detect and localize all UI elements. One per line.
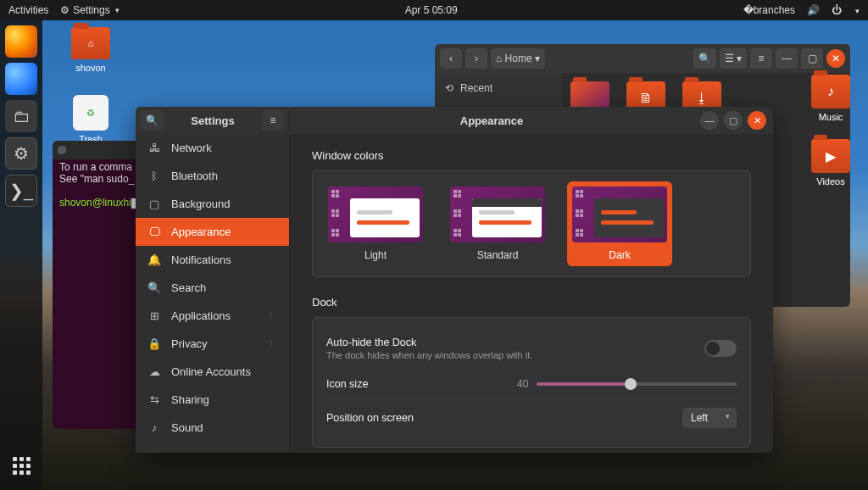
- icon-size-label: Icon size: [326, 378, 504, 390]
- settings-window: 🔍 Settings ≡ Appearance — ▢ ✕ 🖧Network ᛒ…: [136, 107, 773, 453]
- view-list-button[interactable]: ☰ ▾: [720, 48, 747, 69]
- settings-header: 🔍 Settings ≡ Appearance — ▢ ✕: [136, 107, 773, 134]
- bluetooth-icon: ᛒ: [147, 170, 161, 182]
- sidebar-item-appearance[interactable]: 🖵Appearance: [136, 218, 289, 246]
- right-desktop-icons: ♪ Music ▶ Videos: [805, 75, 856, 203]
- dock-thunderbird-icon[interactable]: [5, 63, 37, 95]
- position-select[interactable]: Left: [682, 408, 737, 428]
- app-menu-label: Settings: [73, 4, 109, 16]
- sidebar-item-bluetooth[interactable]: ᛒBluetooth: [136, 162, 289, 190]
- top-bar: Activities ⚙ Settings Apr 5 05:09 �branc…: [0, 0, 868, 20]
- power-icon[interactable]: ⏻: [832, 4, 842, 16]
- cloud-icon: ☁: [147, 365, 161, 378]
- sidebar-item-online-accounts[interactable]: ☁Online Accounts: [136, 358, 289, 386]
- files-header: ‹ › ⌂ Home ▾ 🔍 ☰ ▾ ≡ — ▢ ✕: [435, 44, 850, 73]
- sidebar-title: Settings: [169, 114, 257, 127]
- position-label: Position on screen: [326, 412, 682, 424]
- sound-icon: ♪: [147, 421, 161, 434]
- icon-size-value: 40: [504, 378, 528, 390]
- show-applications-button[interactable]: [13, 457, 31, 475]
- apps-icon: ⊞: [147, 309, 161, 322]
- page-title: Appearance: [290, 114, 693, 127]
- hamburger-button[interactable]: ≡: [750, 48, 772, 69]
- window-close-button[interactable]: ✕: [748, 111, 766, 130]
- sidebar-item-background[interactable]: ▢Background: [136, 190, 289, 218]
- sidebar-menu-button[interactable]: ≡: [262, 110, 284, 131]
- window-colors-title: Window colors: [312, 149, 751, 162]
- dock-files-icon[interactable]: 🗀: [5, 100, 37, 132]
- dock-terminal-icon[interactable]: ❯_: [5, 175, 37, 207]
- dock: 🗀 ⚙ ❯_: [0, 20, 42, 490]
- sidebar-item-privacy[interactable]: 🔒Privacy〉: [136, 330, 289, 358]
- settings-main: Window colors Light Standard Dark Dock: [290, 134, 773, 453]
- close-button[interactable]: ✕: [826, 49, 845, 68]
- clock[interactable]: Apr 5 05:09: [405, 4, 458, 16]
- path-home-button[interactable]: ⌂ Home ▾: [491, 48, 545, 69]
- activities-button[interactable]: Activities: [8, 4, 48, 16]
- theme-standard[interactable]: Standard: [445, 181, 550, 266]
- volume-icon[interactable]: 🔊: [807, 4, 820, 16]
- dock-title: Dock: [312, 296, 751, 309]
- nav-forward-button[interactable]: ›: [465, 48, 487, 69]
- minimize-button[interactable]: —: [776, 48, 798, 69]
- icon-size-row: Icon size 40: [326, 369, 737, 398]
- desktop-trash[interactable]: ♻ Trash: [61, 95, 120, 144]
- folder-videos[interactable]: ▶ Videos: [805, 139, 856, 187]
- trash-icon: ♻: [73, 95, 108, 131]
- desktop-home-folder[interactable]: ⌂ shovon: [61, 27, 120, 73]
- bell-icon: 🔔: [147, 253, 161, 266]
- appearance-icon: 🖵: [147, 226, 161, 238]
- window-minimize-button[interactable]: —: [700, 111, 719, 130]
- folder-icon: ⌂: [71, 27, 110, 59]
- desktop-home-label: shovon: [61, 63, 120, 73]
- chevron-right-icon: 〉: [269, 338, 277, 350]
- clock-icon: ⟲: [445, 82, 453, 94]
- theme-light[interactable]: Light: [323, 181, 428, 266]
- autohide-sub: The dock hides when any windows overlap …: [326, 350, 704, 360]
- window-maximize-button[interactable]: ▢: [724, 111, 743, 130]
- dock-panel: Auto-hide the Dock The dock hides when a…: [312, 317, 751, 448]
- sidebar-search-button[interactable]: 🔍: [141, 110, 164, 131]
- lock-icon: 🔒: [147, 337, 161, 350]
- sidebar-item-notifications[interactable]: 🔔Notifications: [136, 246, 289, 274]
- icon-size-slider[interactable]: [537, 382, 737, 386]
- sidebar-item-sharing[interactable]: ⇆Sharing: [136, 386, 289, 414]
- home-icon: ⌂: [496, 53, 502, 64]
- autohide-switch[interactable]: [704, 340, 737, 357]
- autohide-row: Auto-hide the Dock The dock hides when a…: [326, 328, 737, 369]
- sidebar-item-applications[interactable]: ⊞Applications〉: [136, 302, 289, 330]
- maximize-button[interactable]: ▢: [801, 48, 823, 69]
- nav-back-button[interactable]: ‹: [440, 48, 462, 69]
- folder-music[interactable]: ♪ Music: [805, 75, 856, 122]
- search-button[interactable]: 🔍: [693, 48, 716, 69]
- sidebar-recent[interactable]: ⟲ Recent: [435, 78, 562, 98]
- settings-sidebar: 🖧Network ᛒBluetooth ▢Background 🖵Appeara…: [136, 134, 290, 453]
- network-icon: 🖧: [147, 142, 161, 154]
- folder-music-label: Music: [805, 112, 856, 122]
- sharing-icon: ⇆: [147, 393, 161, 406]
- sidebar-item-network[interactable]: 🖧Network: [136, 134, 289, 162]
- background-icon: ▢: [147, 198, 161, 210]
- system-menu-arrow[interactable]: [854, 4, 860, 16]
- chevron-right-icon: 〉: [269, 310, 277, 322]
- gear-icon: ⚙: [60, 4, 70, 16]
- autohide-label: Auto-hide the Dock: [326, 337, 704, 348]
- position-row: Position on screen Left: [326, 398, 737, 437]
- network-icon[interactable]: �branches: [743, 4, 795, 16]
- theme-dark[interactable]: Dark: [567, 181, 672, 266]
- folder-videos-label: Videos: [805, 176, 856, 187]
- sidebar-item-sound[interactable]: ♪Sound: [136, 414, 289, 442]
- app-menu[interactable]: ⚙ Settings: [60, 4, 119, 16]
- sidebar-item-search[interactable]: 🔍Search: [136, 274, 289, 302]
- dock-firefox-icon[interactable]: [5, 25, 37, 58]
- theme-chooser: Light Standard Dark: [312, 170, 751, 277]
- dock-settings-icon[interactable]: ⚙: [5, 137, 37, 170]
- search-icon: 🔍: [147, 281, 161, 294]
